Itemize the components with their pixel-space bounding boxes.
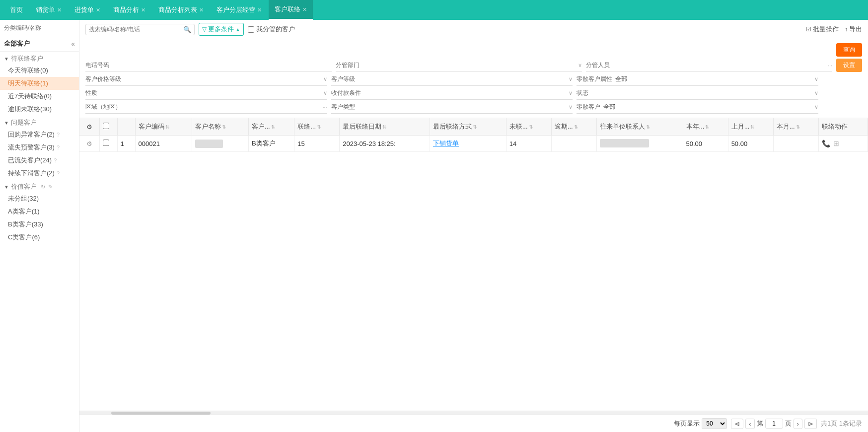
last-contact-method-link[interactable]: 下销货单 (433, 140, 459, 147)
sidebar-item-declining[interactable]: 持续下滑客户(2) ? (0, 167, 79, 180)
row-overdue (551, 136, 596, 152)
sidebar-item-unclassified[interactable]: 未分组(32) (0, 192, 79, 205)
first-page-button[interactable]: ⊲ (731, 419, 743, 429)
division-person-more-icon[interactable]: ··· (828, 63, 832, 69)
retail-attr-dropdown-icon[interactable]: ∨ (814, 76, 818, 82)
sidebar-item-overdue-contact[interactable]: 逾期未联络(30) (0, 103, 79, 116)
value-customers-edit-icon[interactable]: ✎ (48, 184, 53, 190)
last-date-sort-icon[interactable]: ⇅ (382, 124, 386, 130)
sidebar-group-problem-customers[interactable]: ▼ 问题客户 (0, 116, 79, 128)
search-input[interactable] (89, 26, 181, 33)
sidebar-item-class-a[interactable]: A类客户(1) (0, 205, 79, 218)
filter-customer-level-label: 客户等级 (331, 75, 355, 83)
table-container: ⚙ 客户编码⇅ 客户名称⇅ 客户...⇅ 联络...⇅ (79, 118, 868, 411)
row-this-year: 50.00 (683, 136, 728, 152)
my-customers-checkbox-label[interactable]: 我分管的客户 (248, 25, 295, 34)
my-customers-checkbox[interactable] (248, 26, 254, 33)
nav-sales-order[interactable]: 销货单 ✕ (30, 0, 68, 20)
division-dept-dropdown-icon[interactable]: ∨ (578, 62, 582, 69)
declining-help-icon[interactable]: ? (57, 170, 60, 176)
page-number-input[interactable] (765, 419, 783, 429)
contact-sort-icon[interactable]: ⇅ (317, 124, 321, 130)
name-sort-icon[interactable]: ⇅ (222, 124, 226, 130)
nav-customer-contact-close[interactable]: ✕ (302, 6, 307, 13)
nav-purchase-order[interactable]: 进货单 ✕ (69, 0, 106, 20)
per-page-select[interactable]: 50 100 200 (702, 418, 727, 429)
sidebar-item-churn-warning[interactable]: 流失预警客户(3) ? (0, 141, 79, 154)
sidebar-item-class-b[interactable]: B类客户(33) (0, 218, 79, 231)
sidebar-item-today-contact[interactable]: 今天待联络(0) (0, 64, 79, 77)
select-all-checkbox[interactable] (103, 123, 109, 129)
contact-action-icon[interactable]: 📞 (822, 140, 830, 147)
filter-retail-customer-value: 全部 (603, 103, 615, 111)
col-unit-contact-header: 往来单位联系人⇅ (596, 118, 683, 136)
search-submit-icon[interactable]: 🔍 (183, 26, 191, 33)
next-page-button[interactable]: › (794, 419, 802, 429)
sidebar-search-input[interactable] (4, 24, 78, 31)
nav-product-analysis-list[interactable]: 商品分析列表 ✕ (152, 0, 210, 20)
sidebar-item-repurchase-anomaly[interactable]: 回购异常客户(2) ? (0, 128, 79, 141)
price-level-dropdown-icon[interactable]: ∨ (323, 76, 327, 82)
last-page-button[interactable]: ⊳ (804, 419, 817, 429)
nav-product-analysis[interactable]: 商品分析 ✕ (107, 0, 151, 20)
payment-dropdown-icon[interactable]: ∨ (569, 90, 573, 96)
nav-customer-segmentation[interactable]: 客户分层经营 ✕ (211, 0, 268, 20)
sidebar-item-7days-contact[interactable]: 近7天待联络(0) (0, 90, 79, 103)
prev-page-button[interactable]: ‹ (745, 419, 754, 429)
unit-contact-sort-icon[interactable]: ⇅ (646, 124, 650, 130)
gender-dropdown-icon[interactable]: ∨ (323, 90, 327, 96)
overdue-sort-icon[interactable]: ⇅ (574, 124, 578, 130)
nav-customer-segmentation-close[interactable]: ✕ (257, 7, 262, 13)
this-month-sort-icon[interactable]: ⇅ (796, 124, 800, 130)
code-sort-icon[interactable]: ⇅ (165, 124, 169, 130)
sidebar-all-customers[interactable]: 全部客户 « (0, 36, 79, 52)
batch-op-button[interactable]: ☑ 批量操作 (806, 25, 839, 34)
more-filter-button[interactable]: ▽ 更多条件 ▲ (199, 23, 244, 36)
row-checkbox[interactable] (103, 140, 109, 146)
retail-customer-dropdown-icon[interactable]: ∨ (814, 104, 818, 110)
customer-level-dropdown-icon[interactable]: ∨ (569, 76, 573, 82)
region-more-icon[interactable]: ··· (323, 104, 327, 110)
filter-gender-label: 性质 (85, 89, 97, 97)
sidebar-item-tomorrow-contact[interactable]: 明天待联络(1) (0, 77, 79, 90)
status-dropdown-icon[interactable]: ∨ (814, 90, 818, 96)
per-page-select-wrap: 每页显示 50 100 200 (674, 418, 727, 429)
value-customers-refresh-icon[interactable]: ↻ (41, 184, 45, 190)
category-sort-icon[interactable]: ⇅ (271, 124, 275, 130)
nav-purchase-close[interactable]: ✕ (96, 7, 100, 13)
page-label: 第 (757, 419, 763, 428)
chevron-up-icon: ▲ (235, 27, 240, 32)
more-action-icon[interactable]: ⊞ (833, 140, 839, 147)
sidebar-group-pending-contact[interactable]: ▼ 待联络客户 (0, 52, 79, 64)
last-month-sort-icon[interactable]: ⇅ (750, 124, 754, 130)
nav-product-analysis-close[interactable]: ✕ (141, 7, 145, 13)
filter-customer-type-label: 客户类型 (331, 103, 355, 111)
horizontal-scrollbar[interactable] (79, 411, 868, 415)
filter-phone-input[interactable] (112, 62, 332, 69)
row-unit-contact: 联系人 (596, 136, 683, 152)
nav-customer-contact[interactable]: 客户联络 ✕ (269, 0, 313, 20)
nav-product-analysis-list-close[interactable]: ✕ (199, 7, 204, 13)
scrollbar-thumb[interactable] (111, 412, 211, 415)
nav-home[interactable]: 首页 (4, 0, 29, 20)
sidebar-item-churned[interactable]: 已流失客户(24) ? (0, 154, 79, 167)
sidebar-collapse-icon[interactable]: « (71, 40, 75, 48)
uncontacted-sort-icon[interactable]: ⇅ (529, 124, 533, 130)
churn-warning-help-icon[interactable]: ? (57, 144, 60, 150)
query-button[interactable]: 查询 (836, 43, 862, 57)
sidebar-group-value-customers[interactable]: ▼ 价值客户 ↻ ✎ (0, 180, 79, 192)
sidebar-item-class-c[interactable]: C类客户(6) (0, 231, 79, 244)
row-gear[interactable]: ⚙ (79, 136, 99, 152)
col-checkbox-header (99, 118, 117, 136)
this-year-sort-icon[interactable]: ⇅ (705, 124, 709, 130)
repurchase-anomaly-help-icon[interactable]: ? (57, 132, 60, 138)
checkbox-batch-icon: ☑ (806, 26, 811, 33)
customer-type-dropdown-icon[interactable]: ∨ (569, 104, 573, 110)
set-button[interactable]: 设置 (836, 59, 862, 72)
nav-sales-order-close[interactable]: ✕ (57, 7, 62, 13)
churned-help-icon[interactable]: ? (54, 157, 57, 163)
export-button[interactable]: ↑ 导出 (845, 25, 862, 34)
row-this-month (773, 136, 818, 152)
last-method-sort-icon[interactable]: ⇅ (473, 124, 477, 130)
col-gear[interactable]: ⚙ (79, 118, 99, 136)
